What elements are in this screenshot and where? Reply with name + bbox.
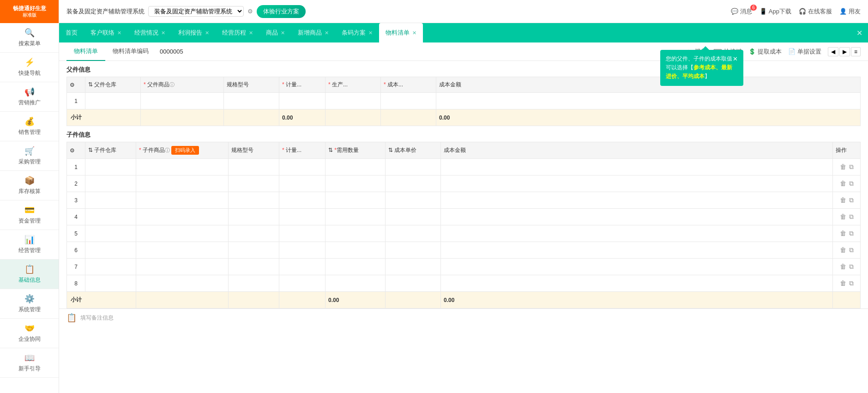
child-row8-spec[interactable] [229,275,279,292]
online-service-button[interactable]: 🎧 在线客服 [799,7,832,16]
copy-row5-icon[interactable]: ⧉ [849,230,854,237]
tooltip-close-button[interactable]: ✕ [733,54,738,64]
sidebar-item-marketing[interactable]: 📢 营销推广 [0,82,59,112]
sidebar-item-sales[interactable]: 💰 销售管理 [0,112,59,141]
nav-prev-button[interactable]: ◀ [828,47,838,56]
child-row6-unit-cost[interactable] [386,242,441,259]
child-row7-product[interactable] [136,259,229,275]
parent-row1-cost-amount[interactable] [436,93,861,109]
child-row2-unit[interactable] [279,175,326,192]
child-row3-unit-cost[interactable] [386,192,441,209]
child-row1-warehouse[interactable] [85,159,136,175]
child-row4-unit-cost[interactable] [386,209,441,225]
child-row1-cost-amount[interactable] [441,159,833,175]
child-row4-product[interactable] [136,209,229,225]
child-row3-warehouse[interactable] [85,192,136,209]
sidebar-item-system[interactable]: ⚙️ 系统管理 [0,289,59,319]
app-download-button[interactable]: 📱 App下载 [760,7,791,16]
child-row2-cost-amount[interactable] [441,175,833,192]
child-row2-warehouse[interactable] [85,175,136,192]
sidebar-item-inventory[interactable]: 📦 库存核算 [0,171,59,200]
child-row5-unit-cost[interactable] [386,225,441,242]
child-row1-required-qty[interactable] [326,159,386,175]
child-row8-required-qty[interactable] [326,275,386,292]
child-row4-required-qty[interactable] [326,209,386,225]
tab-history-close[interactable]: ✕ [249,30,253,36]
child-row3-spec[interactable] [229,192,279,209]
parent-row1-product[interactable] [141,93,224,109]
child-row7-cost-amount[interactable] [441,259,833,275]
message-button[interactable]: 💬 6 消息 [731,7,752,16]
tab-bom-close[interactable]: ✕ [412,30,416,36]
user-button[interactable]: 👤 用友 [839,7,861,16]
child-row3-cost-amount[interactable] [441,192,833,209]
child-row5-spec[interactable] [229,225,279,242]
copy-row6-icon[interactable]: ⧉ [849,246,854,254]
parent-th-settings[interactable]: ⚙ [67,77,85,93]
tab-product-close[interactable]: ✕ [281,30,285,36]
experience-button[interactable]: 体验行业方案 [257,5,306,18]
sub-tab-bom[interactable]: 物料清单 [66,42,105,61]
tab-customer-close[interactable]: ✕ [117,30,121,36]
delete-row6-icon[interactable]: 🗑 [840,246,846,254]
scan-input-button[interactable]: 扫码录入 [171,146,199,155]
child-row6-cost-amount[interactable] [441,242,833,259]
child-row8-warehouse[interactable] [85,275,136,292]
delete-row8-icon[interactable]: 🗑 [840,279,846,287]
close-all-tabs-button[interactable]: ✕ [851,29,868,37]
child-row6-product[interactable] [136,242,229,259]
copy-row1-icon[interactable]: ⧉ [849,163,854,171]
child-row7-spec[interactable] [229,259,279,275]
copy-row8-icon[interactable]: ⧉ [849,279,854,287]
sidebar-item-basic[interactable]: 📋 基础信息 [0,260,59,289]
child-row2-product[interactable] [136,175,229,192]
delete-row5-icon[interactable]: 🗑 [840,230,846,237]
child-row2-unit-cost[interactable] [386,175,441,192]
child-row1-unit-cost[interactable] [386,159,441,175]
delete-row4-icon[interactable]: 🗑 [840,213,846,221]
tab-product[interactable]: 商品 ✕ [259,23,291,42]
tab-bom[interactable]: 物料清单 ✕ [379,23,423,42]
sidebar-item-purchase[interactable]: 🛒 采购管理 [0,141,59,171]
delete-row7-icon[interactable]: 🗑 [840,263,846,271]
child-row4-unit[interactable] [279,209,326,225]
child-row4-cost-amount[interactable] [441,209,833,225]
sidebar-item-operation[interactable]: 📊 经营管理 [0,230,59,260]
parent-row1-unit[interactable] [279,93,326,109]
sidebar-item-search[interactable]: 🔍 搜索菜单 [0,23,59,53]
child-row7-unit-cost[interactable] [386,259,441,275]
sidebar-item-quicknav[interactable]: ⚡ 快捷导航 [0,53,59,82]
tab-barcode[interactable]: 条码方案 ✕ [335,23,379,42]
child-row5-cost-amount[interactable] [441,225,833,242]
system-select[interactable]: 装备及固定资产辅助管理系统 [148,6,244,17]
child-row6-unit[interactable] [279,242,326,259]
child-row4-spec[interactable] [229,209,279,225]
child-row6-warehouse[interactable] [85,242,136,259]
child-row8-unit[interactable] [279,275,326,292]
sidebar-item-guide[interactable]: 📖 新手引导 [0,348,59,378]
tab-operation[interactable]: 经营情况 ✕ [128,23,172,42]
child-row7-unit[interactable] [279,259,326,275]
parent-row1-warehouse[interactable] [85,93,141,109]
child-row2-spec[interactable] [229,175,279,192]
copy-row4-icon[interactable]: ⧉ [849,213,854,221]
child-row8-unit-cost[interactable] [386,275,441,292]
single-settings-button[interactable]: 📄 单据设置 [788,48,821,56]
tab-operation-close[interactable]: ✕ [161,30,165,36]
child-row5-required-qty[interactable] [326,225,386,242]
nav-next-button[interactable]: ▶ [839,47,850,56]
tab-profit-close[interactable]: ✕ [205,30,209,36]
sub-tab-bom-code[interactable]: 物料清单编码 [105,42,156,61]
child-row2-required-qty[interactable] [326,175,386,192]
child-row1-spec[interactable] [229,159,279,175]
child-row7-warehouse[interactable] [85,259,136,275]
child-row6-spec[interactable] [229,242,279,259]
child-th-settings[interactable]: ⚙ [67,142,85,159]
child-row5-unit[interactable] [279,225,326,242]
child-row1-unit[interactable] [279,159,326,175]
delete-row2-icon[interactable]: 🗑 [840,180,846,187]
delete-row1-icon[interactable]: 🗑 [840,163,846,171]
tab-profit[interactable]: 利润报告 ✕ [172,23,216,42]
extract-cost-button[interactable]: 💲 提取成本 [748,48,782,56]
child-row3-required-qty[interactable] [326,192,386,209]
